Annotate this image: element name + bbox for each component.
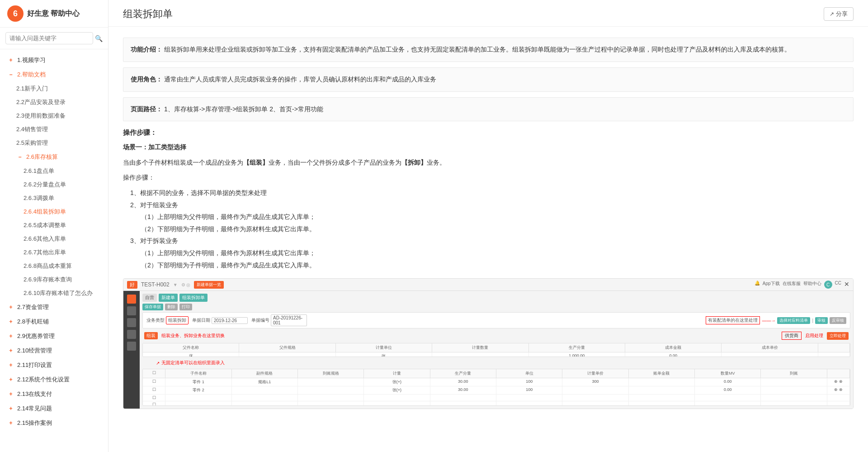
ops-title: 操作步骤：	[123, 128, 854, 137]
role-block: 使用角色： 通常由生产人员或库管人员完成拆装业务的操作，库管人员确认原材料的出库…	[123, 67, 854, 92]
mockup-btn-save[interactable]: 保存单据	[142, 304, 163, 310]
mockup-new-btn[interactable]: 新建单据一览	[194, 281, 224, 289]
mockup-ltd-name1: 零件 1	[165, 378, 231, 386]
scenario1-desc-text: 当由多个子件材料组装成一个成品的业务为【组装】业务，当由一个父件拆分成多个子产品…	[123, 159, 446, 166]
mockup-lth-act	[827, 369, 850, 378]
search-box: 🔍	[0, 28, 108, 49]
plus-icon-cases: +	[7, 419, 14, 427]
sidebar-item-assembly[interactable]: 2.6.4组装拆卸单	[0, 205, 108, 219]
sidebar-item-newbie[interactable]: 2.1新手入门	[0, 82, 108, 95]
mock-side-home	[127, 295, 136, 304]
sidebar-item-transfer[interactable]: 2.6.3调拨单	[0, 191, 108, 205]
mockup-lower-row-3: ☐	[143, 395, 850, 401]
mockup-ltd-mv1: 0.00	[695, 378, 761, 386]
mockup-lth-7: 账单金额	[629, 369, 695, 378]
mockup-approve-btn[interactable]: 审核	[815, 317, 828, 324]
mockup-ltd-arv2	[298, 386, 364, 394]
mockup-ltd-up2	[562, 386, 628, 394]
mockup-th-2: 计量单位	[336, 343, 432, 352]
mockup-lower-row-4: ☐	[143, 401, 850, 406]
sidebar-item-cases[interactable]: + 2.15操作案例	[0, 416, 108, 430]
sidebar-item-other-in[interactable]: 2.6.6其他入库单	[0, 232, 108, 246]
ops-steps-sub-title: 操作步骤：	[123, 172, 854, 183]
mockup-lth-3: 计量	[364, 369, 430, 378]
sidebar-item-sales[interactable]: 2.4销售管理	[0, 123, 108, 136]
path-block: 页面路径： 1、库存核算->库存管理->组装拆卸单 2、首页->常用功能	[123, 97, 854, 122]
mockup-no-label: 单据编号	[251, 317, 269, 324]
sidebar-item-purchase[interactable]: 2.5采购管理	[0, 136, 108, 150]
share-icon: ↗	[830, 11, 834, 17]
mock-side-2	[127, 318, 136, 327]
mockup-form: 业务类型 组装拆卸 单据日期 2019-12-26 单据编号 AD-201912…	[142, 312, 850, 328]
mockup-ann2: 组装业务、拆卸业务在这里切换	[161, 333, 225, 339]
role-text: 通常由生产人员或库管人员完成拆装业务的操作，库管人员确认原材料的出库和产成品的入…	[164, 76, 436, 83]
mockup-ltd-prod1: 30.00	[430, 378, 496, 386]
mockup-ltd-unit2: 张(+)	[364, 386, 430, 394]
mockup-th-1: 父件规格	[239, 343, 335, 352]
mockup-username: CC	[835, 281, 841, 289]
mockup-btn-delete[interactable]: 删除	[165, 304, 178, 310]
sidebar-item-inventory[interactable]: − 2.6库存核算	[0, 150, 108, 164]
sidebar-item-custom[interactable]: + 2.12系统个性化设置	[0, 372, 108, 387]
mockup-lth-4: 生产分量	[430, 369, 496, 378]
mockup-cancel-approve-btn[interactable]: 反审核	[830, 317, 846, 324]
sidebar-item-print[interactable]: + 2.11打印设置	[0, 358, 108, 372]
mockup-lth-9: 到账	[761, 369, 827, 378]
mockup-td-cost: 0.00	[625, 352, 722, 357]
step3-sub2: （2）下部明细为子件明细，最终作为产成品生成其它入库单。	[141, 259, 854, 271]
sidebar-item-other-out[interactable]: 2.6.7其他出库单	[0, 246, 108, 259]
mockup-content: 自营 新建单 组装拆卸单 保存单据 删除 打印	[140, 291, 853, 409]
steps-list: 1、根据不同的业务，选择不同单据的类型来处理 2、对于组装业务 （1）上部明细为…	[130, 187, 854, 271]
mockup-upper-row-1: 床 张 1,000.00 0.00	[143, 352, 850, 357]
mockup-ltd-ba1	[629, 378, 695, 386]
mockup-lth-check: ☐	[143, 369, 165, 378]
plus-icon-faq: +	[7, 405, 14, 412]
mockup-enable-section: 供货商	[782, 332, 802, 340]
mockup-th-act	[818, 343, 850, 352]
func-intro-block: 功能介绍： 组装拆卸单用来处理企业组装或拆卸等加工业务，支持有固定装配清单的产品…	[123, 38, 854, 62]
func-intro-text: 组装拆卸单用来处理企业组装或拆卸等加工业务，支持有固定装配清单的产品加工业务，也…	[164, 46, 791, 53]
sidebar-item-docs[interactable]: − 2.帮助文档	[0, 67, 108, 82]
share-button[interactable]: ↗ 分享	[824, 7, 854, 21]
mockup-td-unit: 张	[336, 352, 432, 357]
mockup-td-prod: 1,000.00	[529, 352, 625, 357]
mockup-select-bom-btn[interactable]: 选择对应料清单	[777, 317, 810, 324]
step2-sub2: （2）下部明细为子件明细，最终作为原材料生成其它出库单。	[141, 223, 854, 235]
sidebar-item-stock-query[interactable]: 2.6.9库存账本查询	[0, 273, 108, 286]
mockup-ltd-ut2: 100	[496, 386, 562, 394]
mockup-process-btn[interactable]: 立即处理	[827, 332, 849, 340]
mockup-icon-bell: 🔔	[755, 281, 760, 289]
sidebar-item-cost-calc[interactable]: 2.6.8商品成本重算	[0, 259, 108, 273]
mockup-btn-print[interactable]: 打印	[179, 304, 192, 310]
mockup-icon-user: 帮助中心	[803, 281, 821, 289]
plus-icon: +	[7, 57, 14, 64]
mockup-upper-header: 父件名称 父件规格 计量单位 计量数量 生产分量 成本金额 成本单价	[143, 343, 850, 352]
mockup-tab-assembly: 组装拆卸单	[179, 294, 208, 302]
sidebar-item-data[interactable]: 2.3使用前数据准备	[0, 109, 108, 123]
sidebar-item-faq[interactable]: + 2.14常见问题	[0, 401, 108, 416]
plus-icon-custom: +	[7, 376, 14, 383]
sidebar-item-video[interactable]: + 1.视频学习	[0, 53, 108, 67]
sidebar-item-stock-error[interactable]: 2.6.10库存账本错了怎么办	[0, 286, 108, 300]
sidebar-item-coupon[interactable]: + 2.9优惠券管理	[0, 329, 108, 343]
sidebar-item-install[interactable]: 2.2产品安装及登录	[0, 95, 108, 109]
step2: 2、对于组装业务	[130, 199, 854, 211]
logo-icon: 6	[7, 5, 24, 22]
sidebar-item-cost-adjust[interactable]: 2.6.5成本调整单	[0, 219, 108, 232]
sidebar-item-mobile[interactable]: + 2.8手机旺铺	[0, 314, 108, 329]
role-label: 使用角色：	[131, 76, 162, 83]
sidebar-item-finance[interactable]: + 2.7资金管理	[0, 300, 108, 314]
step3-subs: （1）上部明细为父件明细，最终作为原材料生成其它出库单； （2）下部明细为子件明…	[141, 247, 854, 271]
mockup-clearance-label: 有装配清单的在这里处理	[706, 316, 760, 324]
mockup-type-badge: 组装	[144, 332, 158, 339]
sidebar-item-split-stock[interactable]: 2.6.2分量盘点单	[0, 178, 108, 191]
sidebar-item-ops[interactable]: + 2.10经营管理	[0, 343, 108, 358]
search-input[interactable]	[5, 32, 93, 44]
step2-sub1: （1）上部明细为父件明细，最终作为产成品生成其它入库单；	[141, 211, 854, 223]
search-button[interactable]: 🔍	[95, 35, 103, 42]
mockup-lth-6: 计量单价	[562, 369, 628, 378]
mockup-ltd-spec1: 规格L1	[232, 378, 298, 386]
mockup-th-6: 成本单价	[722, 343, 818, 352]
sidebar-item-stock-count[interactable]: 2.6.1盘点单	[0, 164, 108, 178]
sidebar-item-online-pay[interactable]: + 2.13在线支付	[0, 387, 108, 401]
